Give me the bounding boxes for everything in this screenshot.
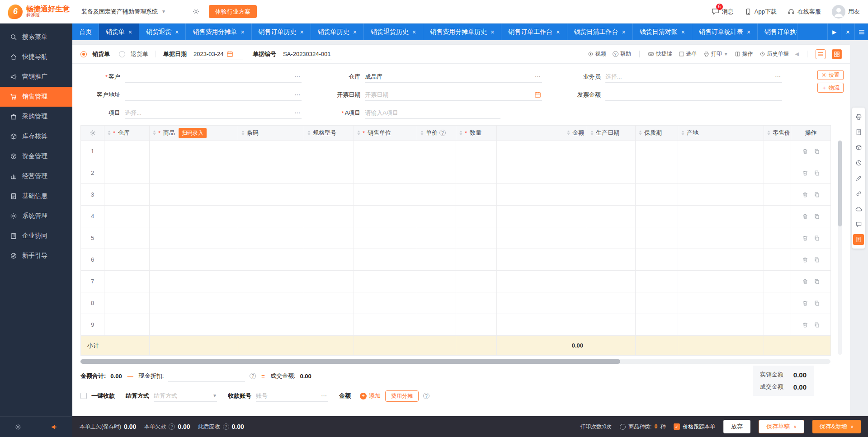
copy-row-icon[interactable]	[814, 322, 820, 328]
grid-cell[interactable]	[678, 206, 764, 227]
copy-row-icon[interactable]	[814, 257, 820, 263]
tab-item[interactable]: 销售费用分摊单历史×	[423, 23, 501, 40]
grid-cell[interactable]	[456, 314, 497, 336]
delete-row-icon[interactable]	[802, 170, 808, 176]
sidebar-item-system[interactable]: 系统管理	[0, 206, 72, 226]
col-header-retail-price[interactable]: 零售价	[764, 126, 791, 141]
grid-cell[interactable]	[497, 206, 587, 227]
tab-close-icon[interactable]: ×	[353, 28, 357, 36]
grid-cell[interactable]	[417, 292, 456, 314]
address-input[interactable]	[125, 91, 293, 98]
grid-cell[interactable]	[354, 249, 417, 271]
grid-cell[interactable]	[587, 206, 636, 227]
grid-cell[interactable]	[764, 271, 791, 292]
col-header-amount[interactable]: 金额	[497, 126, 587, 141]
tab-close-icon[interactable]: ×	[175, 28, 179, 36]
grid-cell[interactable]	[456, 141, 497, 162]
trial-solution-button[interactable]: 体验行业方案	[209, 5, 257, 18]
grid-cell[interactable]	[417, 206, 456, 227]
grid-cell[interactable]	[304, 206, 354, 227]
account-picker-icon[interactable]: ⋯	[320, 392, 328, 399]
grid-cell[interactable]	[636, 271, 678, 292]
messages-button[interactable]: 6 消息	[712, 8, 734, 16]
sidebar-item-marketing[interactable]: 营销推广	[0, 67, 72, 87]
one-click-receipt-checkbox[interactable]	[80, 393, 87, 399]
grid-cell[interactable]	[150, 184, 238, 206]
horizontal-scrollbar[interactable]	[80, 359, 830, 364]
sort-icon[interactable]	[459, 130, 463, 136]
grid-cell[interactable]	[304, 314, 354, 336]
grid-cell[interactable]	[354, 162, 417, 184]
grid-cell[interactable]	[354, 184, 417, 206]
delete-row-icon[interactable]	[802, 235, 808, 241]
horizontal-scrollbar-thumb[interactable]	[80, 359, 620, 364]
grid-cell[interactable]	[354, 314, 417, 336]
grid-cell[interactable]	[587, 162, 636, 184]
pick-order-button[interactable]: 选单	[679, 50, 697, 58]
tab-close-icon[interactable]: ×	[681, 28, 685, 36]
print-tool-icon[interactable]	[852, 109, 865, 124]
user-menu[interactable]: 用友	[832, 5, 860, 19]
grid-cell[interactable]	[354, 227, 417, 249]
price-help-icon[interactable]: ?	[439, 130, 446, 136]
grid-cell[interactable]	[587, 227, 636, 249]
video-button[interactable]: 视频	[588, 50, 606, 58]
grid-cell[interactable]	[354, 292, 417, 314]
grid-cell[interactable]	[636, 206, 678, 227]
grid-cell[interactable]	[678, 162, 764, 184]
grid-cell[interactable]	[456, 184, 497, 206]
grid-cell[interactable]	[456, 206, 497, 227]
sidebar-item-operations[interactable]: 经营管理	[0, 166, 72, 186]
sort-icon[interactable]	[638, 130, 642, 136]
tab-item[interactable]: 销售订单执行表	[758, 23, 797, 40]
sidebar-item-funds[interactable]: 资金管理	[0, 146, 72, 166]
col-header-shelf-life[interactable]: 保质期	[636, 126, 678, 141]
sidebar-item-basic-info[interactable]: 基础信息	[0, 186, 72, 206]
share-help-icon[interactable]: ?	[423, 393, 429, 399]
save-and-new-button[interactable]: 保存&新增∧	[812, 420, 861, 433]
sidebar-item-enterprise[interactable]: 企业协同	[0, 226, 72, 246]
grid-cell[interactable]	[456, 249, 497, 271]
grid-cell[interactable]	[678, 227, 764, 249]
radio-sale-label[interactable]: 销货单	[92, 50, 110, 58]
system-select[interactable]: 装备及固定资产辅助管理系统 ▼	[79, 8, 183, 16]
grid-cell[interactable]	[150, 292, 238, 314]
grid-cell[interactable]	[104, 184, 150, 206]
delete-row-icon[interactable]	[802, 322, 808, 328]
grid-cell[interactable]	[354, 206, 417, 227]
settlement-select[interactable]	[154, 392, 212, 399]
col-header-product[interactable]: *商品扫码录入	[150, 126, 238, 141]
invoice-amount-input[interactable]	[605, 91, 782, 98]
link-tool-icon[interactable]	[852, 186, 865, 201]
sidebar-item-quick-nav[interactable]: 快捷导航	[0, 47, 72, 67]
grid-view-toggle-icon[interactable]	[832, 49, 842, 59]
tab-close-icon[interactable]: ×	[747, 28, 750, 36]
tab-item[interactable]: 销售订单工作台×	[501, 23, 567, 40]
address-picker-icon[interactable]: ⋯	[293, 91, 302, 98]
price-track-checkbox[interactable]: ✓	[674, 423, 680, 430]
list-view-toggle-icon[interactable]	[816, 49, 826, 59]
grid-cell[interactable]	[238, 292, 304, 314]
grid-cell[interactable]	[304, 162, 354, 184]
col-header-qty[interactable]: *数量	[456, 126, 497, 141]
salesman-picker-icon[interactable]: ⋯	[774, 73, 782, 80]
sidebar-item-purchase[interactable]: 采购管理	[0, 107, 72, 127]
delete-row-icon[interactable]	[802, 278, 808, 285]
col-header-spec[interactable]: 规格型号	[304, 126, 354, 141]
grid-cell[interactable]	[497, 162, 587, 184]
after-help-icon[interactable]: ?	[223, 423, 229, 430]
hotkey-button[interactable]: 快捷键	[648, 50, 672, 58]
delete-row-icon[interactable]	[802, 192, 808, 198]
discount-help-icon[interactable]: ?	[250, 373, 256, 379]
tab-item[interactable]: 销货退货×	[139, 23, 186, 40]
grid-cell[interactable]	[678, 184, 764, 206]
delete-row-icon[interactable]	[802, 300, 808, 306]
radio-return-label[interactable]: 退货单	[131, 50, 148, 58]
abandon-button[interactable]: 放弃	[723, 420, 750, 433]
sidebar-item-sales[interactable]: 销售管理	[0, 87, 72, 107]
grid-cell[interactable]	[764, 292, 791, 314]
col-header-unit[interactable]: *销售单位	[354, 126, 417, 141]
history-tool-icon[interactable]	[852, 155, 865, 170]
chat-tool-icon[interactable]	[852, 216, 865, 232]
grid-cell[interactable]	[636, 314, 678, 336]
